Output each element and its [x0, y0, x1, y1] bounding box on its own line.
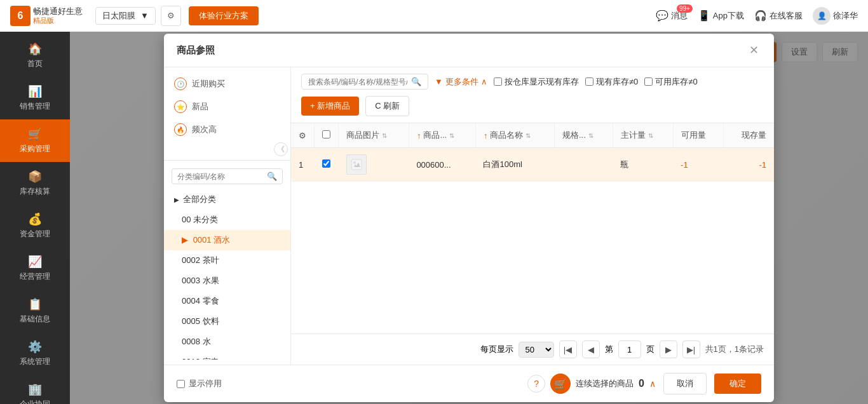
show-disabled-checkbox[interactable] [177, 380, 185, 388]
dialog-close-button[interactable]: ✕ [746, 43, 761, 58]
cat-all[interactable]: ▶ 全部分类 [164, 189, 290, 210]
quick-filter-frequent[interactable]: 🔥 频次高 [164, 118, 290, 141]
user-profile-nav[interactable]: 👤 徐泽华 [813, 7, 858, 25]
filter-bar: 🔍 ▼ 更多条件 ∧ 按仓库显示现有库存 [291, 67, 774, 123]
more-conditions-button[interactable]: ▼ 更多条件 ∧ [435, 76, 487, 88]
table-row[interactable]: 1 [291, 148, 774, 182]
cancel-button[interactable]: 取消 [663, 373, 707, 394]
th-settings[interactable]: ⚙ [291, 123, 315, 148]
app-logo[interactable]: 6 畅捷通好生意 精品版 [10, 6, 83, 26]
next-page-button[interactable]: ▶ [660, 340, 677, 358]
th-name[interactable]: ↑ 商品名称 ⇅ [475, 123, 554, 148]
th-spec[interactable]: 规格... ⇅ [554, 123, 613, 148]
table-body: 1 [291, 148, 774, 182]
check-available-stock[interactable]: 可用库存≠0 [644, 76, 697, 88]
cat-liquor[interactable]: ▶ 0001 酒水 [164, 230, 290, 250]
product-thumbnail [346, 154, 367, 175]
sidebar-item-sales[interactable]: 📊 销售管理 [0, 77, 70, 119]
collapse-cart-button[interactable]: ∧ [649, 379, 656, 389]
category-search-input[interactable] [177, 172, 263, 181]
cat-appliance[interactable]: 0010 家电 [164, 352, 290, 360]
settings-icon[interactable]: ⚙ [161, 6, 181, 26]
available-stock-checkbox[interactable] [644, 77, 653, 86]
cart-icon[interactable]: 🛒 [550, 374, 571, 394]
current-stock-checkbox[interactable] [585, 77, 593, 86]
page-label: 第 [605, 344, 613, 355]
online-service-nav[interactable]: 🎧 在线客服 [754, 10, 803, 22]
store-selector[interactable]: 日太阳膜 ▼ [95, 7, 156, 25]
divider [164, 160, 290, 161]
cat-snack[interactable]: 0004 零食 [164, 291, 290, 311]
expand-icon: ▶ [174, 196, 179, 203]
row-checkbox[interactable] [322, 159, 330, 168]
content-area: 查询 设置 刷新 商品参照 ✕ 🕐 [70, 32, 868, 404]
main-layout: 🏠 首页 📊 销售管理 🛒 采购管理 📦 库存核算 💰 资金管理 📈 经营管理 … [0, 32, 868, 404]
messages-nav[interactable]: 💬 消息 99+ [656, 10, 688, 22]
dialog-body: 🕐 近期购买 ⭐ 新品 🔥 频次高 《 [164, 67, 774, 365]
page-number-input[interactable] [618, 340, 641, 358]
sidebar-item-enterprise[interactable]: 🏢 企业协同 [0, 375, 70, 404]
product-table-wrap: ⚙ 商品图片 ⇅ [291, 123, 774, 333]
th-available[interactable]: 可用量 [673, 123, 724, 148]
select-all-checkbox[interactable] [322, 130, 330, 138]
left-panel: 🕐 近期购买 ⭐ 新品 🔥 频次高 《 [164, 67, 291, 365]
product-search-wrap[interactable]: 🔍 [301, 74, 428, 90]
prev-page-button[interactable]: ◀ [582, 340, 600, 358]
collapse-panel-button[interactable]: 《 [274, 142, 288, 156]
add-product-button[interactable]: + 新增商品 [301, 97, 359, 116]
product-search-input[interactable] [308, 77, 407, 86]
logo-icon: 6 [10, 6, 31, 26]
sidebar-item-purchase[interactable]: 🛒 采购管理 [0, 119, 70, 162]
th-checkbox[interactable] [315, 123, 339, 148]
headset-icon: 🎧 [754, 10, 767, 22]
purchase-icon: 🛒 [28, 127, 42, 141]
cat-water[interactable]: 0008 水 [164, 332, 290, 352]
sidebar-item-home[interactable]: 🏠 首页 [0, 34, 70, 77]
td-checkbox[interactable] [315, 148, 339, 182]
show-disabled-check[interactable]: 显示停用 [177, 378, 222, 389]
filter-icon: ▼ [435, 77, 443, 86]
sidebar-item-finance[interactable]: 💰 资金管理 [0, 205, 70, 247]
th-stock[interactable]: 现存量 [724, 123, 774, 148]
check-current-stock[interactable]: 现有库存≠0 [585, 76, 638, 88]
td-stock: -1 [724, 148, 774, 182]
th-code[interactable]: ↑ 商品... ⇅ [409, 123, 475, 148]
warehouse-stock-checkbox[interactable] [494, 77, 502, 86]
sidebar-item-basic-info[interactable]: 📋 基础信息 [0, 290, 70, 332]
chevron-up-icon: ∧ [481, 77, 487, 86]
active-tri: ▶ [182, 235, 188, 245]
sidebar-item-system[interactable]: ⚙️ 系统管理 [0, 332, 70, 375]
last-page-button[interactable]: ▶| [682, 340, 700, 358]
confirm-button[interactable]: 确定 [714, 374, 761, 394]
page-suffix: 页 [646, 344, 654, 355]
right-panel: 🔍 ▼ 更多条件 ∧ 按仓库显示现有库存 [291, 67, 774, 365]
sidebar-item-operations[interactable]: 📈 经营管理 [0, 247, 70, 290]
cart-area: ? 🛒 连续选择的商品 0 ∧ [527, 374, 656, 394]
product-search-icon[interactable]: 🔍 [411, 77, 421, 86]
search-icon[interactable]: 🔍 [267, 172, 277, 181]
product-reference-dialog: 商品参照 ✕ 🕐 近期购买 ⭐ 新品 [164, 34, 774, 402]
logo-text: 畅捷通好生意 精品版 [33, 6, 83, 25]
td-image [339, 148, 409, 182]
cat-beverage[interactable]: 0005 饮料 [164, 311, 290, 332]
th-unit[interactable]: 主计量 ⇅ [613, 123, 673, 148]
td-index: 1 [291, 148, 315, 182]
cat-fruit[interactable]: 0003 水果 [164, 271, 290, 291]
enterprise-icon: 🏢 [28, 382, 42, 396]
cat-tea[interactable]: 0002 茶叶 [164, 250, 290, 271]
quick-filter-new[interactable]: ⭐ 新品 [164, 95, 290, 118]
dialog-title: 商品参照 [177, 44, 215, 57]
category-search-box[interactable]: 🔍 [172, 168, 283, 184]
refresh-button[interactable]: C 刷新 [365, 96, 409, 116]
help-icon[interactable]: ? [527, 375, 545, 393]
first-page-button[interactable]: |◀ [559, 340, 577, 358]
sidebar-item-inventory[interactable]: 📦 库存核算 [0, 162, 70, 205]
sort-icon4: ⇅ [648, 132, 653, 139]
page-size-select[interactable]: 50 10 20 100 [519, 342, 554, 358]
app-download-nav[interactable]: 📱 App下载 [698, 10, 744, 22]
sort-icon: ⇅ [382, 132, 387, 139]
quick-filter-recent[interactable]: 🕐 近期购买 [164, 72, 290, 95]
cat-uncategorized[interactable]: 00 未分类 [164, 210, 290, 230]
check-warehouse-stock[interactable]: 按仓库显示现有库存 [494, 76, 579, 88]
cta-button[interactable]: 体验行业方案 [189, 6, 259, 25]
